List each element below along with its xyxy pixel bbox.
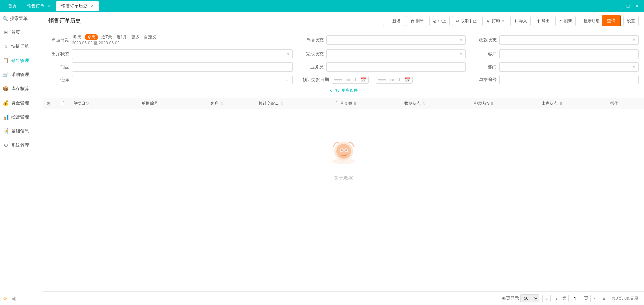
select-all-checkbox[interactable] — [60, 101, 64, 105]
stop-label: 中止 — [438, 18, 446, 24]
col-outbound-sort[interactable]: ⇅ — [560, 102, 562, 105]
col-delivery-label: 预计交货... — [259, 101, 278, 106]
next-page-button[interactable]: › — [590, 295, 598, 302]
sidebar-item-operations[interactable]: 📊 经营管理 — [0, 110, 43, 124]
product-input[interactable]: … — [72, 62, 293, 72]
sidebar-item-home[interactable]: ⊞ 首页 — [0, 25, 43, 39]
filter-area: 单据日期 昨天 今天 近7天 近1月 更多 自定义 2023-06-02 至 2… — [43, 30, 644, 98]
filter-outbound-status: 出库状态 ▼ — [48, 49, 293, 59]
delivery-date-start[interactable]: yyyy-mm-dd 📅 — [332, 76, 369, 84]
date-filter: 昨天 今天 近7天 近1月 更多 自定义 — [72, 34, 293, 40]
col-customer-sort[interactable]: ⇅ — [220, 102, 223, 105]
stop-button[interactable]: ⊘ 中止 — [429, 16, 450, 26]
search-icon: 🔍 — [3, 16, 8, 21]
date-more[interactable]: 更多 — [130, 34, 141, 40]
warehouse-input[interactable]: … — [72, 75, 293, 84]
page-suffix: 页 — [584, 295, 588, 301]
refresh-label: 刷新 — [564, 18, 572, 24]
doc-number-input[interactable] — [499, 75, 639, 84]
page-title: 销售订单历史 — [48, 17, 81, 25]
cancel-stop-button[interactable]: ↩ 取消中止 — [452, 16, 480, 26]
new-button[interactable]: ＋ 新增 — [383, 16, 404, 26]
tab-sales-history[interactable]: 销售订单历史 ✕ — [56, 1, 99, 11]
settings-button[interactable]: 设置 — [623, 16, 639, 26]
page-label: 第 — [562, 295, 566, 301]
import-button[interactable]: ⬇ 导入 — [510, 16, 531, 26]
payment-status-chevron: ▼ — [632, 38, 636, 42]
minimize-button[interactable]: － — [615, 3, 622, 9]
table-area: ⚙ 单据日期 ⇅ 单据编号 ⇅ — [43, 98, 644, 291]
maximize-button[interactable]: □ — [625, 3, 631, 9]
delivery-date-range: yyyy-mm-dd 📅 — yyyy-mm-dd 📅 — [332, 76, 413, 84]
tab-sales-order-close[interactable]: ✕ — [48, 4, 51, 8]
col-status-sort[interactable]: ⇅ — [491, 102, 493, 105]
customer-input[interactable]: … — [499, 49, 639, 59]
first-page-button[interactable]: « — [542, 295, 551, 302]
collapse-label: 收起更多条件 — [334, 88, 358, 93]
delete-button[interactable]: 🗑 删除 — [406, 16, 427, 26]
salesperson-input[interactable]: … — [326, 62, 466, 72]
col-amount-sort[interactable]: ⇅ — [354, 102, 356, 105]
prev-page-button[interactable]: ‹ — [553, 295, 560, 302]
sidebar-item-finance[interactable]: 💰 资金管理 — [0, 96, 43, 110]
date-yesterday[interactable]: 昨天 — [72, 34, 83, 40]
per-page-label: 每页显示 — [502, 295, 519, 301]
table-settings-icon[interactable]: ⚙ — [46, 101, 51, 106]
sidebar-item-sales[interactable]: 📋 销售管理 — [0, 53, 43, 68]
operations-icon: 📊 — [3, 114, 9, 120]
toolbar: ＋ 新增 🗑 删除 ⊘ 中止 ↩ 取消中止 🖨 打印 — [383, 15, 639, 26]
sidebar-item-system[interactable]: ⚙ 系统管理 — [0, 138, 43, 152]
col-payment-sort[interactable]: ⇅ — [422, 102, 425, 105]
filter-row-4: 仓库 … 预计交货日期 yyyy-mm-dd 📅 — — [48, 75, 639, 84]
per-page-select[interactable]: 10 20 50 100 — [520, 294, 539, 302]
sidebar-item-purchase[interactable]: 🛒 采购管理 — [0, 68, 43, 82]
calendar-start-icon: 📅 — [361, 77, 366, 82]
settings-bottom-icon[interactable]: ⚙ — [3, 295, 7, 302]
table-settings-col[interactable]: ⚙ — [43, 98, 56, 109]
query-button[interactable]: 查询 — [602, 15, 621, 26]
export-button[interactable]: ⬆ 导出 — [533, 16, 553, 26]
payment-status-select[interactable]: ▼ — [499, 35, 639, 45]
col-delivery-sort[interactable]: ⇅ — [280, 102, 283, 105]
filter-complete-status: 完成状态 ▼ — [303, 49, 466, 59]
outbound-select[interactable]: ▼ — [72, 49, 293, 59]
date-7days[interactable]: 近7天 — [100, 34, 113, 40]
last-page-button[interactable]: » — [600, 295, 608, 302]
col-outbound-label: 出库状态 — [542, 101, 558, 106]
collapse-button[interactable]: ∧ 收起更多条件 — [48, 88, 639, 93]
sidebar-item-home-label: 首页 — [11, 29, 20, 35]
tab-home[interactable]: 首页 — [3, 1, 22, 11]
department-select[interactable]: ▼ — [499, 62, 639, 72]
tab-sales-history-close[interactable]: ✕ — [91, 4, 94, 8]
print-icon: 🖨 — [486, 18, 490, 24]
col-number-sort[interactable]: ⇅ — [160, 102, 163, 105]
col-amount-label: 订单金额 — [336, 101, 352, 106]
tab-sales-order[interactable]: 销售订单 ✕ — [22, 1, 56, 11]
delivery-date-end[interactable]: yyyy-mm-dd 📅 — [376, 76, 413, 84]
refresh-button[interactable]: ↻ 刷新 — [555, 16, 576, 26]
delivery-date-label: 预计交货日期 — [303, 77, 332, 83]
doc-status-select[interactable]: ▼ — [326, 35, 466, 45]
display-toggle-checkbox[interactable] — [578, 19, 582, 23]
complete-select[interactable]: ▼ — [326, 49, 466, 59]
pagination: « ‹ 第 页 › » — [542, 295, 608, 302]
date-custom[interactable]: 自定义 — [143, 34, 158, 40]
print-label: 打印 — [492, 18, 500, 24]
collapse-sidebar-icon[interactable]: ◀ — [11, 295, 15, 302]
sidebar-item-basic-info[interactable]: 📝 基础信息 — [0, 124, 43, 138]
close-button[interactable]: ✕ — [634, 3, 641, 9]
col-date-sort[interactable]: ⇅ — [91, 102, 94, 105]
tab-sales-order-label: 销售订单 — [27, 3, 44, 9]
date-1month[interactable]: 近1月 — [115, 34, 128, 40]
col-customer-label: 客户 — [210, 101, 218, 106]
print-button[interactable]: 🖨 打印 ▼ — [482, 16, 508, 26]
sidebar-item-inventory[interactable]: 📦 库存核算 — [0, 82, 43, 96]
page-input[interactable] — [568, 295, 582, 302]
sidebar-item-quick-nav-label: 快捷导航 — [11, 43, 29, 49]
col-action: 操作 — [607, 98, 644, 109]
col-payment-label: 收款状态 — [404, 101, 421, 106]
sidebar-item-quick-nav[interactable]: ☆ 快捷导航 — [0, 39, 43, 53]
sidebar-search[interactable]: 🔍 搜索菜单 — [0, 12, 43, 25]
date-today[interactable]: 今天 — [85, 34, 98, 40]
display-toggle-label: 显示明细 — [584, 18, 600, 24]
